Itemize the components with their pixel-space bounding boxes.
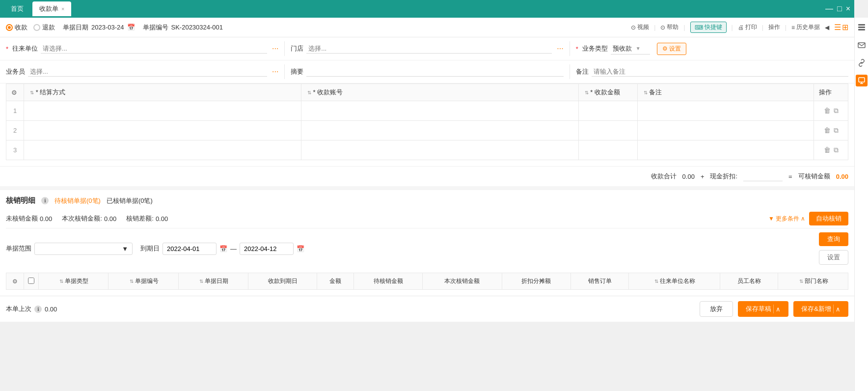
row3-settlement[interactable]	[24, 140, 301, 160]
help-label: 帮助	[667, 23, 678, 31]
toolbar-number-field: 单据编号 SK-20230324-001	[143, 23, 223, 32]
staff-dots-icon[interactable]: ···	[272, 67, 278, 76]
plus-sign: +	[701, 173, 705, 180]
store-input[interactable]	[306, 44, 552, 54]
calendar-icon[interactable]: 📅	[127, 24, 135, 31]
print-btn[interactable]: 🖨 打印	[738, 23, 757, 31]
row1-remark[interactable]	[637, 101, 814, 121]
row2-copy-icon[interactable]: ⧉	[834, 126, 839, 135]
tab-home[interactable]: 首页	[4, 1, 30, 16]
radio-group: 收款 退款	[6, 23, 55, 32]
history-btn[interactable]: ≡ 历史单据	[791, 23, 820, 31]
number-value: SK-20230324-001	[171, 24, 223, 31]
tab-close-icon[interactable]: ×	[61, 6, 64, 12]
summary-input[interactable]	[306, 67, 563, 77]
radio-receipt[interactable]: 收款	[6, 23, 27, 32]
radio-refund[interactable]: 退款	[33, 23, 55, 32]
tab-bar-left: 首页 收款单 ×	[4, 1, 71, 16]
nav-prev-icon[interactable]: ◀	[825, 24, 829, 31]
current-stat: 本次核销金额: 0.00	[62, 214, 116, 223]
available-value: 0.00	[836, 173, 848, 180]
grid-view-icon[interactable]: ⊞	[842, 23, 848, 32]
divider3: |	[732, 24, 733, 31]
operation-btn[interactable]: 操作	[768, 23, 780, 31]
row3-account[interactable]	[301, 140, 578, 160]
settings-button2[interactable]: 设置	[819, 250, 848, 265]
date-calendar1-icon[interactable]: 📅	[219, 245, 227, 252]
remark-input[interactable]	[592, 67, 848, 77]
row2-settlement[interactable]	[24, 121, 301, 140]
row2-amount[interactable]	[578, 121, 637, 140]
sidebar-email-icon[interactable]	[856, 39, 868, 51]
row1-copy-icon[interactable]: ⧉	[834, 107, 839, 115]
row3-remark[interactable]	[637, 140, 814, 160]
query-button[interactable]: 查询	[819, 232, 848, 246]
partner-dots-icon[interactable]: ···	[272, 44, 278, 53]
date-calendar2-icon[interactable]: 📅	[297, 245, 304, 252]
prev-label: 本单上次	[6, 305, 31, 313]
field-divider3	[284, 64, 285, 79]
table-gear-icon[interactable]: ⚙	[11, 89, 17, 96]
close-window-icon[interactable]: ×	[846, 4, 850, 13]
biz-select[interactable]: 预收款 ▼	[611, 43, 650, 55]
completed-tab[interactable]: 已核销单据(0笔)	[107, 196, 153, 205]
total-label: 收款合计	[651, 172, 677, 181]
pending-tab[interactable]: 待核销单据(0笔)	[54, 196, 101, 205]
minimize-icon[interactable]: —	[825, 4, 833, 13]
staff-label: 业务员	[6, 67, 25, 76]
btn-divider1	[773, 305, 774, 313]
lower-col-checkbox[interactable]	[24, 273, 39, 290]
sidebar-link-icon[interactable]	[856, 57, 868, 69]
settings-button[interactable]: ⚙ 设置	[657, 43, 686, 55]
row2-account[interactable]	[301, 121, 578, 140]
row1-delete-icon[interactable]: 🗑	[824, 107, 831, 115]
row2-remark[interactable]	[637, 121, 814, 140]
row1-amount[interactable]	[578, 101, 637, 121]
prev-info-icon[interactable]: ℹ	[34, 306, 42, 313]
save-draft-button[interactable]: 保存草稿 ∧	[738, 301, 788, 317]
row3-amount[interactable]	[578, 140, 637, 160]
row1-settlement[interactable]	[24, 101, 301, 121]
row3-delete-icon[interactable]: 🗑	[824, 146, 831, 154]
row2-delete-icon[interactable]: 🗑	[824, 126, 831, 135]
shortcut-btn[interactable]: ⌨ 快捷键	[690, 22, 727, 33]
remark-field: 备注	[576, 67, 848, 77]
row2-action-icons: 🗑 ⧉	[819, 126, 843, 135]
row1-account[interactable]	[301, 101, 578, 121]
toolbar: 收款 退款 单据日期 2023-03-24 📅 单据编号 SK-20230324…	[0, 18, 854, 37]
filter-range-field: 单据范围 ▼	[6, 243, 133, 255]
tab-receipt[interactable]: 收款单 ×	[32, 1, 71, 16]
field-divider4	[570, 64, 570, 79]
row3-copy-icon[interactable]: ⧉	[834, 146, 839, 154]
info-icon[interactable]: ℹ	[41, 197, 49, 204]
list-view-icon[interactable]: ☰	[834, 23, 841, 32]
video-btn[interactable]: ⊙ 视频	[631, 23, 649, 31]
filter-row: 单据范围 ▼ 到期日 📅 — 📅 查询 设置	[6, 228, 848, 269]
discount-input[interactable]	[743, 171, 783, 181]
date-from-input[interactable]	[163, 243, 217, 255]
partner-required: *	[6, 45, 8, 53]
abandon-button[interactable]: 放弃	[700, 301, 733, 317]
lower-gear-icon[interactable]: ⚙	[12, 278, 18, 285]
sidebar-table-icon[interactable]	[856, 22, 868, 33]
filter-range-select[interactable]: ▼	[34, 243, 133, 255]
save-new-button[interactable]: 保存&新增 ∧	[793, 301, 848, 317]
more-conditions-btn[interactable]: ▼ 更多条件 ∧	[768, 215, 805, 223]
date-to-input[interactable]	[240, 243, 294, 255]
staff-input[interactable]	[28, 67, 267, 77]
store-dots-icon[interactable]: ···	[557, 44, 563, 53]
maximize-icon[interactable]: □	[837, 4, 842, 13]
select-all-checkbox[interactable]	[28, 278, 34, 284]
partner-input[interactable]	[41, 44, 267, 54]
sort-icon-type: ⇅	[59, 279, 63, 284]
lower-col-gear[interactable]: ⚙	[6, 273, 24, 290]
total-value: 0.00	[682, 173, 695, 180]
help-btn[interactable]: ⊙ 帮助	[660, 23, 678, 31]
sidebar-screenshot-icon[interactable]	[856, 75, 868, 86]
lower-col-dept: ⇅ 部门名称	[778, 273, 848, 290]
lower-col-duedate: 收款到期日	[248, 273, 317, 290]
col-gear-header[interactable]: ⚙	[6, 84, 24, 101]
auto-verify-button[interactable]: 自动核销	[809, 212, 848, 225]
date-range-dash: —	[230, 245, 237, 252]
radio-receipt-label: 收款	[15, 23, 27, 32]
